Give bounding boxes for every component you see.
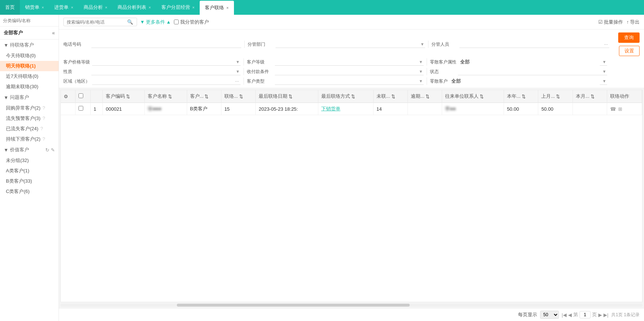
col-this-year[interactable]: 本年...⇅ xyxy=(504,90,538,103)
my-customers-checkbox[interactable] xyxy=(174,20,179,24)
collapse-sidebar-button[interactable]: « xyxy=(52,30,55,36)
all-customers-label: 全部客户 xyxy=(4,30,23,36)
col-name[interactable]: 客户名称⇅ xyxy=(145,90,187,103)
nav-product-analysis-list[interactable]: 商品分析列表 × xyxy=(112,0,156,15)
next-page-button[interactable]: ▶ xyxy=(598,312,602,318)
row-checkbox-cell[interactable] xyxy=(75,103,90,115)
nature-select[interactable]: ▾ xyxy=(91,68,241,75)
col-contact[interactable]: 联络...⇅ xyxy=(221,90,255,103)
sidebar-group-pending-contact[interactable]: ▼ 待联络客户 xyxy=(0,39,59,51)
sidebar-item-week-contact[interactable]: 近7天待联络(0) xyxy=(0,71,59,82)
chevron-down-icon: ▼ xyxy=(4,95,8,100)
sort-icon: ⇅ xyxy=(351,94,355,99)
sidebar: 🔍 全部客户 « ▼ 待联络客户 今天待联络(0) 明天待联络(1) 近7天待联… xyxy=(0,15,59,321)
sidebar-group-problem-customers[interactable]: ▼ 问题客户 xyxy=(0,92,59,103)
sidebar-item-ungrouped[interactable]: 未分组(32) xyxy=(0,155,59,166)
sidebar-item-class-c[interactable]: C类客户(6) xyxy=(0,186,59,197)
sidebar-item-class-b[interactable]: B类客户(33) xyxy=(0,176,59,186)
sidebar-item-repurchase-abnormal[interactable]: 回购异常客户(2) ? xyxy=(0,103,59,113)
close-icon[interactable]: × xyxy=(192,5,195,10)
col-this-month[interactable]: 本月...⇅ xyxy=(573,90,607,103)
sidebar-search-input[interactable] xyxy=(3,18,58,23)
nav-customer-contact[interactable]: 客户联络 × xyxy=(200,1,234,15)
col-type[interactable]: 客户...⇅ xyxy=(187,90,221,103)
settings-button[interactable]: 设置 xyxy=(619,46,640,56)
search-box: 🔍 xyxy=(63,18,137,26)
chevron-down-icon: ▼ xyxy=(4,147,8,153)
close-icon[interactable]: × xyxy=(42,5,44,10)
col-unit-contact[interactable]: 往来单位联系人⇅ xyxy=(442,90,504,103)
all-customers-header: 全部客户 « xyxy=(0,27,59,39)
col-last-contact-method[interactable]: 最后联络方式⇅ xyxy=(318,90,373,103)
select-all-checkbox[interactable] xyxy=(78,93,83,98)
prev-page-button[interactable]: ◀ xyxy=(568,312,572,318)
nav-purchase-order[interactable]: 进货单 × xyxy=(49,0,78,15)
dept-select[interactable]: ▾ xyxy=(276,41,426,48)
data-table-container: ⚙ 客户编码⇅ 客户名称⇅ 客户...⇅ 联络...⇅ 最后联络日期⇅ 最后联络… xyxy=(60,90,643,302)
status-select[interactable]: ▾ xyxy=(458,68,607,75)
nav-product-analysis[interactable]: 商品分析 × xyxy=(78,0,112,15)
nav-customer-segmentation[interactable]: 客户分层经营 × xyxy=(156,0,200,15)
col-settings[interactable]: ⚙ xyxy=(61,90,75,103)
first-page-button[interactable]: |◀ xyxy=(562,312,567,318)
total-records: 共1页 1条记录 xyxy=(611,312,640,318)
col-no-contact[interactable]: 未联...⇅ xyxy=(373,90,407,103)
manager-select[interactable]: ··· xyxy=(459,41,609,48)
close-icon[interactable]: × xyxy=(71,5,73,10)
nav-sales-order[interactable]: 销货单 × xyxy=(20,0,49,15)
col-last-month[interactable]: 上月...⇅ xyxy=(538,90,573,103)
horizontal-scrollbar[interactable] xyxy=(60,304,643,307)
close-icon[interactable]: × xyxy=(226,6,228,10)
divider xyxy=(244,41,245,48)
col-code[interactable]: 客户编码⇅ xyxy=(103,90,145,103)
sidebar-item-churn-warning[interactable]: 流失预警客户(3) ? xyxy=(0,113,59,124)
table-header-row: ⚙ 客户编码⇅ 客户名称⇅ 客户...⇅ 联络...⇅ 最后联络日期⇅ 最后联络… xyxy=(61,90,642,103)
page-size-select[interactable]: 50 100 xyxy=(540,311,559,319)
sidebar-item-declining[interactable]: 持续下滑客户(2) ? xyxy=(0,134,59,144)
sidebar-item-today-contact[interactable]: 今天待联络(0) xyxy=(0,51,59,61)
scatter-customer-select[interactable]: ▾ xyxy=(600,77,607,85)
close-icon[interactable]: × xyxy=(105,5,107,10)
price-level-select[interactable]: ▾ xyxy=(92,58,241,66)
row-checkbox[interactable] xyxy=(78,106,83,111)
page-input[interactable] xyxy=(580,311,591,318)
divider xyxy=(427,77,427,85)
batch-operation-button[interactable]: ☑ 批量操作 xyxy=(598,19,623,25)
close-icon[interactable]: × xyxy=(148,5,151,10)
row-code-cell: 000021 xyxy=(103,103,145,115)
sort-icon: ⇅ xyxy=(426,94,430,99)
filter-payment: 收付款条件 ▾ xyxy=(247,68,424,75)
export-button[interactable]: ↑ 导出 xyxy=(627,19,640,25)
customer-level-select[interactable]: ▾ xyxy=(275,58,424,66)
adv-filter-row-3: 性质 ▾ 收付款条件 ▾ 状态 ▾ xyxy=(63,68,640,75)
col-last-contact-date[interactable]: 最后联络日期⇅ xyxy=(256,90,318,103)
region-select[interactable]: ··· xyxy=(92,77,241,85)
edit-icon[interactable]: ✎ xyxy=(51,147,55,153)
search-icon[interactable]: 🔍 xyxy=(127,19,133,25)
scatter-attr-select[interactable]: ▾ xyxy=(600,58,607,66)
customer-type-select[interactable]: ▾ xyxy=(275,77,424,85)
sidebar-item-overdue-contact[interactable]: 逾期未联络(30) xyxy=(0,82,59,92)
sidebar-item-tomorrow-contact[interactable]: 明天待联络(1) xyxy=(0,61,59,71)
phone-input[interactable] xyxy=(91,41,241,48)
last-page-button[interactable]: ▶| xyxy=(603,312,608,318)
search-input[interactable] xyxy=(67,20,126,25)
sidebar-item-class-a[interactable]: A类客户(1) xyxy=(0,166,59,176)
sort-icon: ⇅ xyxy=(556,94,560,99)
more-conditions-button[interactable]: ▼ 更多条件 ▲ xyxy=(140,19,171,25)
refresh-icon[interactable]: ↻ xyxy=(45,147,49,153)
scrollbar-thumb[interactable] xyxy=(177,304,410,307)
payment-select[interactable]: ▾ xyxy=(275,68,424,75)
col-overdue[interactable]: 逾期...⇅ xyxy=(407,90,442,103)
sidebar-group-value-customers[interactable]: ▼ 价值客户 ↻ ✎ xyxy=(0,144,59,155)
grid-icon[interactable]: ⊞ xyxy=(618,106,622,112)
col-checkbox[interactable] xyxy=(75,90,90,103)
nav-home[interactable]: 首页 xyxy=(0,0,20,15)
filter-status: 状态 ▾ xyxy=(430,68,607,75)
query-button[interactable]: 查询 xyxy=(618,32,640,43)
filter-customer-type: 客户类型 ▾ xyxy=(247,77,424,85)
col-action: 联络动作 xyxy=(607,90,642,103)
phone-icon[interactable]: ☎ xyxy=(610,106,616,112)
sort-icon: ⇅ xyxy=(168,94,172,99)
sidebar-item-churned[interactable]: 已流失客户(24) ? xyxy=(0,124,59,134)
